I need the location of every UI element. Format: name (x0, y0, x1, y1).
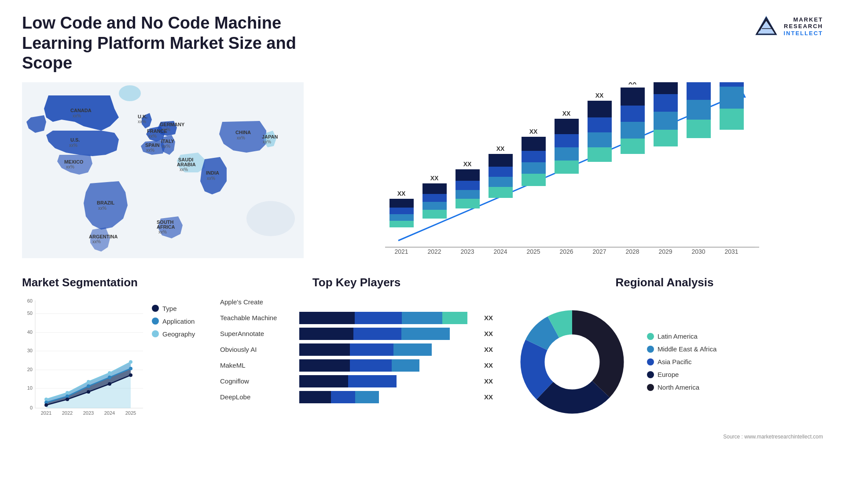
svg-text:xx%: xx% (148, 134, 157, 139)
row2: Market Segmentation 0 10 20 30 (22, 276, 823, 504)
svg-point-6 (119, 85, 141, 101)
legend-dot-geography (152, 330, 159, 337)
legend-dot-apac (647, 358, 654, 365)
player-bar (299, 359, 419, 372)
svg-rect-45 (389, 208, 414, 214)
legend-label-na: North America (658, 383, 699, 391)
svg-text:2023: 2023 (460, 248, 474, 255)
svg-text:INDIA: INDIA (206, 170, 219, 175)
player-bar-container (299, 328, 476, 340)
svg-text:U.S.: U.S. (70, 137, 80, 142)
player-row: Obviously AI XX (220, 343, 493, 356)
svg-text:xx%: xx% (207, 176, 215, 181)
svg-point-128 (66, 391, 69, 394)
svg-point-129 (87, 380, 90, 383)
row1: CANADA xx% U.S. xx% MEXICO xx% BRAZIL xx… (22, 82, 823, 267)
legend-type: Type (152, 305, 195, 312)
player-val: XX (484, 377, 493, 385)
header: Low Code and No Code Machine Learning Pl… (22, 13, 823, 73)
svg-rect-43 (389, 221, 414, 227)
svg-text:XX: XX (496, 145, 505, 152)
svg-rect-46 (389, 199, 414, 208)
svg-text:2028: 2028 (625, 248, 639, 255)
svg-text:2024: 2024 (104, 410, 115, 416)
svg-rect-86 (621, 122, 645, 139)
player-name: Cogniflow (220, 377, 295, 385)
svg-text:2026: 2026 (559, 248, 573, 255)
player-row: SuperAnnotate XX (220, 328, 493, 340)
regional-container: Latin America Middle East & Africa Asia … (506, 296, 823, 428)
svg-text:10: 10 (27, 385, 33, 391)
svg-text:BRAZIL: BRAZIL (97, 200, 115, 205)
player-row: MakeML XX (220, 359, 493, 372)
regional-legend: Latin America Middle East & Africa Asia … (647, 332, 716, 391)
legend-dot-na (647, 384, 654, 391)
svg-point-7 (246, 201, 295, 236)
svg-text:2022: 2022 (62, 410, 73, 416)
page-title: Low Code and No Code Machine Learning Pl… (22, 13, 330, 73)
player-bar-container (299, 375, 476, 387)
svg-rect-70 (522, 137, 546, 151)
player-bar-container (299, 296, 493, 308)
svg-text:CHINA: CHINA (235, 130, 251, 135)
legend-label-europe: Europe (658, 371, 679, 378)
svg-rect-80 (588, 132, 612, 147)
svg-rect-44 (389, 214, 414, 221)
legend-label-application: Application (162, 318, 195, 325)
legend-label-mea: Middle East & Africa (658, 345, 716, 353)
svg-rect-51 (422, 194, 447, 202)
player-row: Cogniflow XX (220, 375, 493, 387)
svg-text:0: 0 (30, 405, 33, 410)
svg-text:xx%: xx% (180, 167, 188, 172)
svg-rect-73 (555, 161, 579, 174)
svg-rect-55 (456, 199, 480, 208)
regional-section: Regional Analysis (506, 276, 823, 504)
map-section: CANADA xx% U.S. xx% MEXICO xx% BRAZIL xx… (22, 82, 304, 267)
svg-point-135 (108, 376, 111, 379)
svg-rect-56 (456, 190, 480, 199)
svg-text:U.K.: U.K. (138, 114, 147, 119)
svg-rect-82 (588, 101, 612, 117)
svg-text:JAPAN: JAPAN (262, 134, 278, 139)
svg-text:XX: XX (463, 161, 472, 168)
svg-text:2031: 2031 (724, 248, 738, 255)
svg-point-139 (87, 390, 90, 394)
svg-rect-63 (489, 167, 513, 177)
players-section: Top Key Players Apple's Create Teachable… (220, 276, 493, 504)
player-bar (299, 312, 467, 324)
svg-rect-57 (456, 181, 480, 190)
svg-text:xx%: xx% (263, 139, 271, 144)
world-map: CANADA xx% U.S. xx% MEXICO xx% BRAZIL xx… (22, 82, 304, 258)
svg-text:xx%: xx% (162, 144, 170, 149)
svg-text:XX: XX (727, 82, 736, 84)
svg-rect-99 (687, 82, 711, 100)
svg-point-147 (546, 336, 599, 388)
legend-label-apac: Asia Pacific (658, 358, 692, 365)
players-title: Top Key Players (220, 276, 493, 289)
player-val: XX (484, 314, 493, 321)
svg-text:xx%: xx% (146, 148, 154, 153)
segmentation-title: Market Segmentation (22, 276, 207, 289)
player-name: Obviously AI (220, 346, 295, 353)
legend-item-apac: Asia Pacific (647, 358, 716, 365)
svg-rect-98 (687, 100, 711, 120)
player-name: MakeML (220, 362, 295, 369)
svg-text:XX: XX (562, 110, 571, 117)
svg-rect-67 (522, 174, 546, 186)
svg-text:xx%: xx% (237, 135, 245, 140)
svg-text:SPAIN: SPAIN (145, 142, 160, 148)
svg-point-127 (44, 398, 48, 401)
legend-dot-latin (647, 333, 654, 340)
svg-rect-93 (654, 94, 678, 112)
player-bar (299, 375, 397, 387)
svg-rect-75 (555, 134, 579, 147)
svg-rect-102 (720, 109, 744, 130)
svg-rect-88 (621, 88, 645, 106)
svg-rect-103 (720, 87, 744, 109)
svg-rect-97 (687, 120, 711, 138)
legend-item-europe: Europe (647, 371, 716, 378)
regional-pie-chart (506, 296, 638, 428)
svg-rect-61 (489, 187, 513, 198)
player-name: DeepLobe (220, 393, 295, 401)
svg-rect-64 (489, 154, 513, 167)
